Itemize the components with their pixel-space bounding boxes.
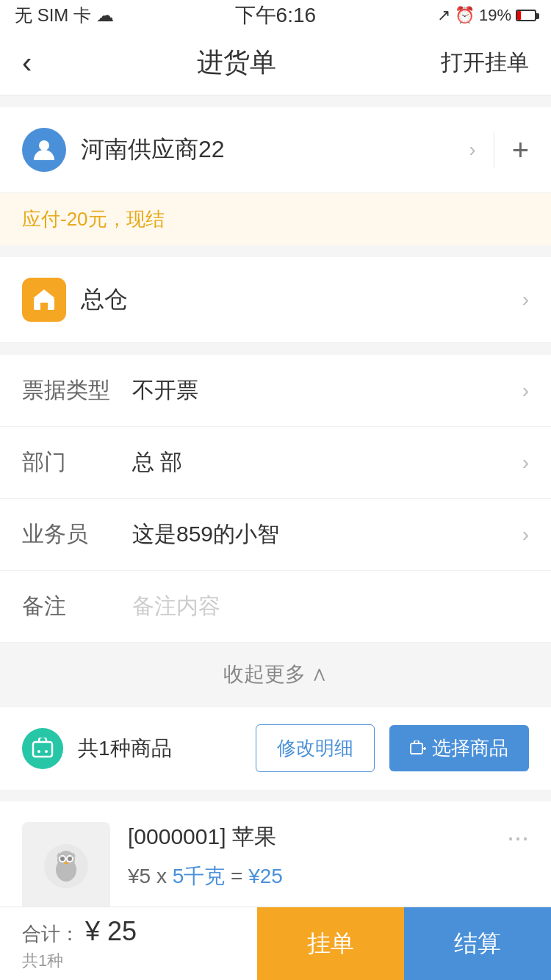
- chevron-right-icon: ›: [522, 451, 529, 475]
- warehouse-icon-bg: [22, 278, 66, 322]
- invoice-type-label: 票据类型: [22, 375, 125, 406]
- chevron-right-icon: ›: [522, 523, 529, 547]
- warehouse-section: 总仓 ›: [0, 257, 551, 343]
- supplier-name: 河南供应商22: [81, 134, 469, 166]
- product-code: [0000001]: [128, 824, 226, 849]
- department-value: 总 部: [125, 447, 522, 478]
- svg-rect-2: [40, 303, 48, 310]
- supplier-row[interactable]: 河南供应商22 › +: [0, 107, 551, 193]
- chevron-right-icon: ›: [522, 379, 529, 403]
- alarm-icon: ⏰: [455, 6, 475, 25]
- svg-rect-3: [33, 742, 52, 757]
- battery-percent: 19%: [479, 6, 511, 25]
- battery-icon: ↗: [437, 6, 450, 25]
- edit-details-button[interactable]: 修改明细: [256, 724, 375, 772]
- products-icon-bg: [22, 728, 63, 769]
- total-label: 合计：: [22, 921, 79, 947]
- collapse-bar[interactable]: 收起更多 ∧: [0, 643, 551, 706]
- warehouse-row[interactable]: 总仓 ›: [0, 257, 551, 343]
- svg-rect-6: [411, 743, 422, 754]
- invoice-type-value: 不开票: [125, 375, 522, 406]
- price-multiply: x: [156, 865, 173, 887]
- warehouse-name: 总仓: [81, 284, 522, 316]
- svg-point-15: [68, 857, 72, 861]
- department-label: 部门: [22, 447, 125, 478]
- form-section: 票据类型 不开票 › 部门 总 部 › 业务员 这是859的小智 › 备注 备注…: [0, 355, 551, 643]
- remark-input[interactable]: 备注内容: [125, 591, 529, 621]
- total-row: 合计： ¥ 25: [22, 916, 235, 947]
- hang-order-button[interactable]: 挂单: [257, 907, 404, 980]
- total-sub: 共1种: [22, 950, 235, 972]
- products-count: 共1种商品: [78, 735, 241, 763]
- supplier-avatar: [22, 128, 66, 172]
- open-pending-button[interactable]: 打开挂单: [441, 48, 529, 78]
- total-section: 合计： ¥ 25 共1种: [0, 907, 257, 980]
- chevron-right-icon: ›: [522, 288, 529, 311]
- product-name: [0000001] 苹果: [128, 822, 482, 852]
- salesperson-label: 业务员: [22, 519, 125, 550]
- svg-point-5: [45, 750, 48, 753]
- chevron-right-icon: ›: [469, 138, 475, 162]
- product-thumbnail: [22, 822, 110, 910]
- cart-add-icon: [410, 741, 426, 757]
- battery-indicator: [516, 10, 536, 21]
- product-total: ¥25: [248, 865, 283, 887]
- product-info: [0000001] 苹果 ¥5 x 5千克 = ¥25: [128, 822, 482, 890]
- bottom-bar: 合计： ¥ 25 共1种 挂单 结算: [0, 907, 551, 980]
- cart-icon: [32, 738, 54, 760]
- select-product-button[interactable]: 选择商品: [389, 725, 529, 771]
- products-header: 共1种商品 修改明细 选择商品: [0, 706, 551, 790]
- remark-row[interactable]: 备注 备注内容: [0, 571, 551, 643]
- add-supplier-button[interactable]: +: [512, 134, 529, 167]
- back-button[interactable]: ‹: [22, 46, 32, 79]
- divider: [494, 131, 494, 168]
- product-image: [40, 840, 92, 892]
- person-icon: [31, 137, 57, 163]
- product-unit-price: ¥5: [128, 865, 151, 887]
- svg-point-14: [60, 857, 65, 861]
- salesperson-value: 这是859的小智: [125, 519, 522, 550]
- product-title: 苹果: [232, 824, 276, 849]
- product-more-button[interactable]: ···: [500, 822, 529, 853]
- remark-label: 备注: [22, 591, 125, 621]
- sim-status: 无 SIM 卡 ☁: [15, 4, 114, 27]
- checkout-button[interactable]: 结算: [404, 907, 551, 980]
- department-row[interactable]: 部门 总 部 ›: [0, 427, 551, 499]
- supplier-section: 河南供应商22 › + 应付-20元，现结: [0, 107, 551, 245]
- page-title: 进货单: [197, 45, 276, 81]
- invoice-type-row[interactable]: 票据类型 不开票 ›: [0, 355, 551, 427]
- status-time: 下午6:16: [235, 1, 317, 29]
- warehouse-icon: [32, 288, 56, 311]
- svg-point-4: [37, 750, 40, 753]
- supplier-notice: 应付-20元，现结: [0, 193, 551, 245]
- status-bar: 无 SIM 卡 ☁ 下午6:16 ↗ ⏰ 19%: [0, 0, 551, 31]
- total-amount: ¥ 25: [85, 916, 137, 947]
- product-price: ¥5 x 5千克 = ¥25: [128, 862, 482, 890]
- price-equals: =: [231, 865, 248, 887]
- salesperson-row[interactable]: 业务员 这是859的小智 ›: [0, 499, 551, 571]
- status-left: 无 SIM 卡 ☁: [15, 4, 114, 27]
- product-quantity: 5千克: [173, 865, 226, 887]
- status-right: ↗ ⏰ 19%: [437, 6, 536, 25]
- nav-bar: ‹ 进货单 打开挂单: [0, 31, 551, 96]
- select-product-label: 选择商品: [432, 735, 508, 761]
- svg-point-0: [39, 140, 49, 151]
